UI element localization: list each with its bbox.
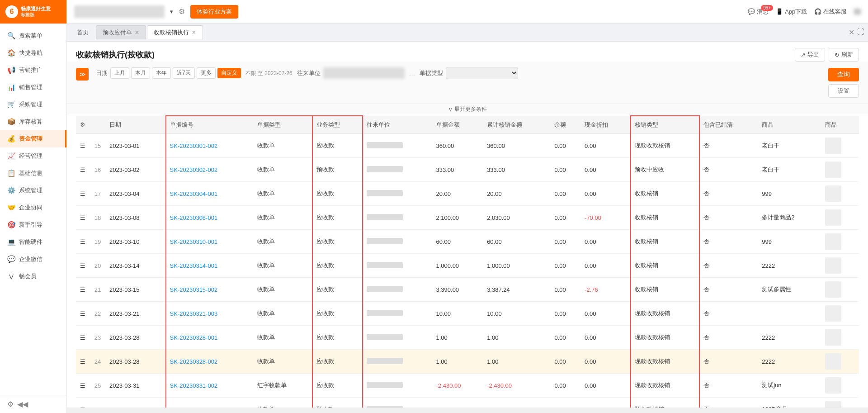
filter-more-dots[interactable]: ... bbox=[409, 69, 415, 77]
row-biz-type: 应收款 bbox=[312, 230, 363, 254]
row-product2 bbox=[821, 326, 859, 350]
row-bill-no[interactable]: SK-20230328-001 bbox=[166, 326, 254, 350]
topbar-messages[interactable]: 💬 消息 99+ bbox=[748, 8, 769, 16]
col-bill-no-header[interactable]: 单据编号 bbox=[166, 116, 254, 134]
col-balance-header[interactable]: 余额 bbox=[551, 116, 581, 134]
sidebar-item-search[interactable]: 🔍搜索菜单 bbox=[0, 27, 66, 44]
row-bill-no[interactable]: SK-20230328-002 bbox=[166, 350, 254, 374]
row-biz-type: 应收款 bbox=[312, 182, 363, 206]
row-settings[interactable]: ☰ bbox=[76, 206, 90, 230]
row-bill-no[interactable]: SK-20230321-003 bbox=[166, 302, 254, 326]
tab-receivable-exec[interactable]: 收款核销执行✕ bbox=[147, 25, 203, 39]
date-custom-btn[interactable]: 自定义 bbox=[217, 68, 241, 78]
row-product: 123D商品 bbox=[758, 398, 821, 408]
sidebar-item-guide[interactable]: 🎯新手引导 bbox=[0, 216, 66, 233]
tab-close-receivable-exec[interactable]: ✕ bbox=[192, 29, 196, 36]
col-incl-settled-header[interactable]: 包含已结清 bbox=[699, 116, 758, 134]
tab-close-prepaid-invoice[interactable]: ✕ bbox=[135, 29, 139, 36]
row-bill-no[interactable]: SK-20230304-001 bbox=[166, 182, 254, 206]
date-more-btn[interactable]: 更多 bbox=[197, 67, 216, 79]
settings-bottom-icon[interactable]: ⚙ bbox=[7, 400, 14, 408]
topbar-search-input[interactable] bbox=[74, 5, 165, 18]
sidebar-item-quick-nav[interactable]: 🏠快捷导航 bbox=[0, 44, 66, 62]
row-bill-no[interactable]: SK-20230315-002 bbox=[166, 278, 254, 302]
row-bill-no[interactable]: SK-20230301-002 bbox=[166, 134, 254, 158]
col-product-header[interactable]: 商品 bbox=[758, 116, 821, 134]
col-bill-amount-header[interactable]: 单据金额 bbox=[433, 116, 484, 134]
topbar-dropdown[interactable]: ▾ bbox=[170, 8, 173, 15]
col-accum-write-off-header[interactable]: 累计核销金额 bbox=[483, 116, 551, 134]
sidebar-item-hardware[interactable]: 💻智能硬件 bbox=[0, 233, 66, 251]
col-biz-type-header[interactable]: 业务类型 bbox=[312, 116, 363, 134]
col-cash-discount-header[interactable]: 现金折扣 bbox=[581, 116, 631, 134]
sidebar-item-purchase[interactable]: 🛒采购管理 bbox=[0, 96, 66, 113]
sidebar-item-sales[interactable]: 📊销售管理 bbox=[0, 79, 66, 96]
col-settings-header[interactable]: ⚙ bbox=[76, 116, 90, 134]
topbar-user[interactable]: Rit bbox=[854, 9, 861, 15]
export-button[interactable]: ↗ 导出 bbox=[795, 48, 825, 62]
horizontal-scrollbar[interactable] bbox=[67, 408, 868, 413]
col-date-header[interactable]: 日期 bbox=[106, 116, 166, 134]
row-bill-no[interactable]: SK-20230314-001 bbox=[166, 254, 254, 278]
filter-date-options: 上月 本月 本年 近7天 更多 自定义 bbox=[110, 67, 241, 79]
sidebar-item-operations[interactable]: 📈经营管理 bbox=[0, 147, 66, 165]
row-settings[interactable]: ☰ bbox=[76, 398, 90, 408]
sidebar-item-member[interactable]: V畅会员 bbox=[0, 268, 66, 285]
collapse-icon[interactable]: ◀◀ bbox=[17, 400, 28, 408]
row-bill-no[interactable]: SK-20230403-002 bbox=[166, 398, 254, 408]
row-settings[interactable]: ☰ bbox=[76, 182, 90, 206]
row-settings[interactable]: ☰ bbox=[76, 158, 90, 182]
row-bill-no[interactable]: SK-20230302-002 bbox=[166, 158, 254, 182]
row-bill-no[interactable]: SK-20230308-001 bbox=[166, 206, 254, 230]
maximize-icon[interactable]: ⛶ bbox=[857, 28, 864, 37]
row-settings[interactable]: ☰ bbox=[76, 302, 90, 326]
row-write-off-type: 现款收款核销 bbox=[631, 302, 699, 326]
row-settings[interactable]: ☰ bbox=[76, 374, 90, 398]
col-write-off-type-header[interactable]: 核销类型 bbox=[631, 116, 699, 134]
refresh-button[interactable]: ↻ 刷新 bbox=[829, 48, 859, 62]
row-settings[interactable]: ☰ bbox=[76, 350, 90, 374]
sidebar-item-enterprise[interactable]: 🤝企业协同 bbox=[0, 199, 66, 216]
sidebar-item-system[interactable]: ⚙️系统管理 bbox=[0, 182, 66, 199]
sidebar-item-finance[interactable]: 💰资金管理 bbox=[0, 130, 66, 147]
filter-toggle-button[interactable]: ≫ bbox=[76, 68, 89, 81]
date-this-month-btn[interactable]: 本月 bbox=[131, 67, 150, 79]
solution-button[interactable]: 体验行业方案 bbox=[190, 5, 238, 19]
topbar-gear-icon[interactable]: ⚙ bbox=[179, 7, 185, 16]
topbar-online-service[interactable]: 🎧 在线客服 bbox=[814, 8, 847, 16]
sidebar-label-hardware: 智能硬件 bbox=[19, 238, 42, 246]
sidebar-item-basic[interactable]: 📋基础信息 bbox=[0, 165, 66, 182]
col-counterparty-header[interactable]: 往来单位 bbox=[363, 116, 432, 134]
row-accum-write-off: -2,430.00 bbox=[483, 374, 551, 398]
tab-prepaid-invoice[interactable]: 预收应付单✕ bbox=[96, 25, 146, 39]
sidebar-item-wechat[interactable]: 💬企业微信 bbox=[0, 251, 66, 268]
date-this-year-btn[interactable]: 本年 bbox=[152, 67, 171, 79]
close-window-icon[interactable]: ✕ bbox=[849, 28, 854, 37]
sidebar-item-marketing[interactable]: 📢营销推广 bbox=[0, 62, 66, 79]
sidebar-label-operations: 经营管理 bbox=[19, 152, 42, 160]
query-button[interactable]: 查询 bbox=[828, 68, 859, 81]
row-bill-no[interactable]: SK-20230310-001 bbox=[166, 230, 254, 254]
tab-home[interactable]: 首页 bbox=[71, 26, 95, 39]
headset-icon: 🎧 bbox=[814, 8, 821, 15]
row-counterparty bbox=[363, 302, 432, 326]
settings-button[interactable]: 设置 bbox=[828, 84, 859, 98]
topbar-app-download[interactable]: 📱 App下载 bbox=[776, 8, 807, 16]
date-7days-btn[interactable]: 近7天 bbox=[173, 67, 195, 79]
row-settings[interactable]: ☰ bbox=[76, 230, 90, 254]
filter-expand-bar[interactable]: ∨ 展开更多条件 bbox=[67, 104, 868, 115]
row-bill-no[interactable]: SK-20230331-002 bbox=[166, 374, 254, 398]
row-cash-discount: 0.00 bbox=[581, 134, 631, 158]
counterparty-input[interactable] bbox=[323, 67, 405, 79]
date-last-month-btn[interactable]: 上月 bbox=[110, 67, 129, 79]
sidebar-item-inventory[interactable]: 📦库存核算 bbox=[0, 113, 66, 130]
col-bill-type-header[interactable]: 单据类型 bbox=[254, 116, 312, 134]
row-settings[interactable]: ☰ bbox=[76, 326, 90, 350]
bill-type-select[interactable] bbox=[446, 67, 518, 79]
row-settings[interactable]: ☰ bbox=[76, 278, 90, 302]
col-product2-header[interactable]: 商品 bbox=[821, 116, 859, 134]
row-settings[interactable]: ☰ bbox=[76, 134, 90, 158]
row-bill-amount: 333.00 bbox=[433, 158, 484, 182]
sidebar-label-wechat: 企业微信 bbox=[19, 255, 42, 263]
row-settings[interactable]: ☰ bbox=[76, 254, 90, 278]
